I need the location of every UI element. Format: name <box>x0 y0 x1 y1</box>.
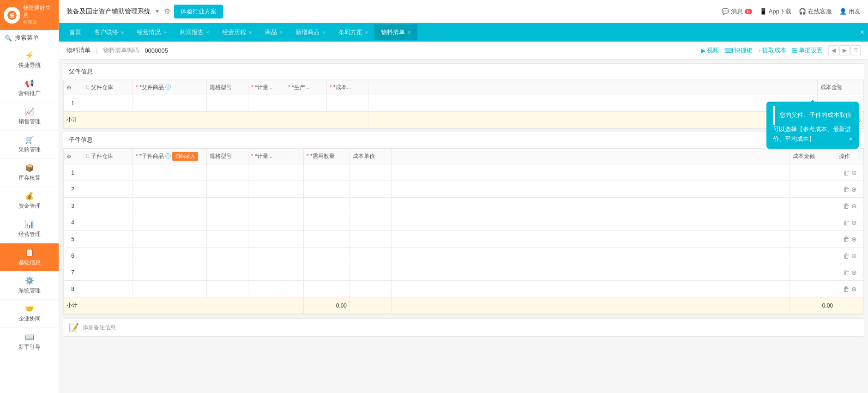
parent-col-warehouse: ⇅ 父件仓库 <box>82 80 133 95</box>
tab-bom[interactable]: 物料清单 × <box>374 24 417 40</box>
sub-header: 物料清单 | 物料清单编码 0000005 ▶ 视频 ⌨ 快捷键 ↑ 提取成本 <box>59 42 868 60</box>
sidebar-item-operations[interactable]: 📊 经营管理 <box>0 215 59 243</box>
delete-icon[interactable]: 🗑 <box>843 186 850 193</box>
app-download-item[interactable]: 📱 App下载 <box>760 7 791 16</box>
table-row: 3 🗑⊕ <box>64 198 864 214</box>
copy-icon[interactable]: ⊕ <box>851 219 857 226</box>
tab-new-goods-close[interactable]: × <box>322 30 325 35</box>
main-area: 装备及固定资产辅助管理系统 ▼ ⚙ 体验行业方案 💬 消息 6 📱 App下载 … <box>59 0 868 393</box>
tab-bom-close[interactable]: × <box>408 30 410 35</box>
child-row1-unit-cost[interactable] <box>350 164 392 181</box>
view-btn[interactable]: ▶ 视频 <box>701 46 719 54</box>
tab-barcode[interactable]: 条码方案 × <box>332 24 374 40</box>
operations-icon: 📊 <box>25 220 34 229</box>
child-row1-qty[interactable] <box>304 164 350 181</box>
settings-icon[interactable]: ⚙ <box>164 7 170 16</box>
child-row2-cost-amount[interactable] <box>790 181 836 198</box>
parent-row1-spec[interactable] <box>207 95 248 112</box>
delete-icon[interactable]: 🗑 <box>843 252 850 260</box>
tooltip-close-button[interactable]: × <box>849 134 852 144</box>
message-item[interactable]: 💬 消息 6 <box>722 7 752 16</box>
sidebar-item-marketing[interactable]: 📢 营销推广 <box>0 74 59 103</box>
parent-row1-cost[interactable] <box>327 95 368 112</box>
sidebar-item-cooperation[interactable]: 🤝 企业协同 <box>0 300 59 328</box>
delete-icon[interactable]: 🗑 <box>843 285 850 293</box>
tab-home[interactable]: 首页 <box>63 24 88 40</box>
tab-barcode-close[interactable]: × <box>365 30 368 35</box>
child-row2-unit-cost[interactable] <box>350 181 392 198</box>
extract-cost-btn[interactable]: ↑ 提取成本 <box>758 46 787 54</box>
copy-icon[interactable]: ⊕ <box>851 236 857 243</box>
child-row1-unit[interactable] <box>248 164 285 181</box>
child-row2-unit[interactable] <box>248 181 285 198</box>
tab-close-all[interactable]: × <box>860 28 864 36</box>
delete-icon[interactable]: 🗑 <box>843 269 850 276</box>
copy-icon[interactable]: ⊕ <box>851 269 857 276</box>
child-row2-product[interactable] <box>133 181 207 198</box>
search-menu-item[interactable]: 🔍 搜索菜单 <box>0 30 59 46</box>
tab-customer[interactable]: 客户联络 × <box>88 24 130 40</box>
parent-col-settings[interactable]: ⚙ <box>64 80 82 95</box>
copy-icon[interactable]: ⊕ <box>851 285 857 293</box>
child-row1-spec[interactable] <box>207 164 248 181</box>
parent-row1-product[interactable] <box>133 95 207 112</box>
tab-customer-close[interactable]: × <box>121 30 124 35</box>
breadcrumb-bom[interactable]: 物料清单 <box>66 46 90 54</box>
child-row1-warehouse[interactable] <box>82 164 133 181</box>
sidebar-item-system[interactable]: ⚙️ 系统管理 <box>0 272 59 300</box>
experience-button[interactable]: 体验行业方案 <box>174 5 223 18</box>
sidebar-item-guide[interactable]: 📖 新手引导 <box>0 328 59 356</box>
single-settings-btn[interactable]: ☰ 单据设置 <box>792 46 823 54</box>
tab-goods-close[interactable]: × <box>280 30 283 35</box>
prev-arrow[interactable]: ◀ <box>828 45 838 55</box>
hotkey-icon: ⌨ <box>724 47 733 54</box>
tab-history-close[interactable]: × <box>249 30 252 35</box>
guide-icon: 📖 <box>25 333 34 341</box>
sidebar-item-inventory[interactable]: 📦 库存核算 <box>0 159 59 187</box>
sidebar-item-purchase[interactable]: 🛒 采购管理 <box>0 131 59 159</box>
sort-icon: ⇅ <box>85 84 90 91</box>
hint-text: 添加备注信息 <box>83 324 116 332</box>
child-row1-product[interactable] <box>133 164 207 181</box>
sidebar-item-basic-info[interactable]: 📋 基础信息 <box>0 243 59 272</box>
delete-icon[interactable]: 🗑 <box>843 236 850 243</box>
child-col-settings[interactable]: ⚙ <box>64 149 82 164</box>
message-icon: 💬 <box>722 8 729 15</box>
child-row2-spec[interactable] <box>207 181 248 198</box>
sidebar-item-finance[interactable]: 💰 资金管理 <box>0 187 59 215</box>
copy-icon[interactable]: ⊕ <box>851 202 857 210</box>
tab-history-label: 经营历程 <box>222 28 246 36</box>
dropdown-arrow-icon[interactable]: ▼ <box>154 8 160 15</box>
hotkey-btn[interactable]: ⌨ 快捷键 <box>724 46 753 54</box>
parent-row1-warehouse[interactable] <box>82 95 133 112</box>
tab-goods[interactable]: 商品 × <box>259 24 289 40</box>
online-service-label: 在线客服 <box>808 7 832 16</box>
bottom-hint: 📝 添加备注信息 <box>63 318 864 337</box>
tab-profit[interactable]: 利润报告 × <box>173 24 216 40</box>
next-arrow[interactable]: ▶ <box>839 45 850 55</box>
parent-row1-produce[interactable] <box>285 95 327 112</box>
online-service-item[interactable]: 🎧 在线客服 <box>799 7 832 16</box>
menu-arrow[interactable]: ☰ <box>850 45 861 55</box>
child-row2-warehouse[interactable] <box>82 181 133 198</box>
child-row1-cost-amount[interactable] <box>790 164 836 181</box>
delete-icon[interactable]: 🗑 <box>843 202 850 210</box>
tab-new-goods[interactable]: 新增商品 × <box>289 24 332 40</box>
user-item[interactable]: 👤 用友 <box>839 7 861 16</box>
tab-operations[interactable]: 经营情况 × <box>130 24 173 40</box>
sidebar-item-sales[interactable]: 📈 销售管理 <box>0 103 59 131</box>
scan-button[interactable]: 扫码录入 <box>172 152 198 161</box>
parent-row1-unit[interactable] <box>248 95 285 112</box>
user-label: 用友 <box>849 7 861 16</box>
sidebar-item-quick-nav[interactable]: ⚡ 快捷导航 <box>0 46 59 74</box>
tab-history[interactable]: 经营历程 × <box>216 24 258 40</box>
copy-icon[interactable]: ⊕ <box>851 169 857 176</box>
tab-profit-close[interactable]: × <box>206 30 209 35</box>
child-settings-gear-icon: ⚙ <box>66 153 72 160</box>
delete-icon[interactable]: 🗑 <box>843 169 850 176</box>
delete-icon[interactable]: 🗑 <box>843 219 850 226</box>
tab-operations-close[interactable]: × <box>163 30 166 35</box>
copy-icon[interactable]: ⊕ <box>851 252 857 260</box>
copy-icon[interactable]: ⊕ <box>851 186 857 193</box>
child-row2-qty[interactable] <box>304 181 350 198</box>
